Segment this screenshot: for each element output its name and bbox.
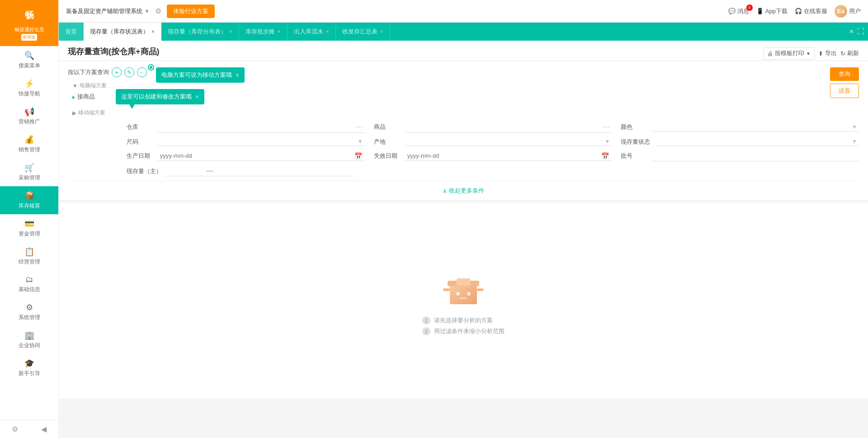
- system-icon: ⚙: [26, 302, 33, 312]
- sidebar-item-search[interactable]: 🔍 搜索菜单: [0, 46, 58, 74]
- sidebar-bottom: ⚙ ◀: [0, 420, 58, 438]
- tab-close-icon[interactable]: ×: [151, 28, 155, 35]
- tab-inventory-dist-label: 现存量（库存分布表）: [168, 28, 226, 36]
- query-btn[interactable]: 查询: [830, 67, 859, 81]
- sales-icon: 💰: [24, 135, 34, 145]
- color-dropdown-icon[interactable]: ▼: [852, 124, 857, 130]
- size-dropdown-icon[interactable]: ▼: [358, 138, 363, 145]
- scheme-bullet: ▸: [72, 94, 75, 100]
- stock-status-select-area[interactable]: ▼: [657, 137, 859, 146]
- tooltip2-close-btn[interactable]: ×: [195, 93, 199, 100]
- sidebar-item-enterprise[interactable]: 🏢 企业协同: [0, 326, 58, 354]
- tab-close-icon[interactable]: ×: [380, 28, 383, 35]
- tab-home[interactable]: 首页: [59, 23, 84, 41]
- produce-date-from[interactable]: [160, 152, 354, 159]
- produce-date-label: 生产日期: [127, 152, 154, 160]
- print-btn[interactable]: 🖨 按模板打印 ▼: [763, 47, 815, 60]
- export-btn[interactable]: ⬆ 导出: [818, 49, 837, 57]
- logo-title: 畅捷通好生意: [14, 26, 44, 33]
- tab-close-icon[interactable]: ×: [326, 28, 329, 35]
- edit-scheme-btn[interactable]: ✎: [124, 67, 134, 77]
- stock-status-dropdown-icon[interactable]: ▼: [852, 138, 857, 145]
- sidebar-item-quick[interactable]: ⚡ 快捷导航: [0, 74, 58, 102]
- sidebar-item-label: 资金管理: [19, 230, 40, 238]
- refresh-btn[interactable]: ↻ 刷新: [840, 49, 859, 57]
- sidebar-item-label: 经营管理: [19, 258, 40, 266]
- tab-collect-label: 收发存汇总表: [342, 28, 377, 36]
- sidebar-item-inventory[interactable]: 📦 库存核算: [0, 186, 58, 214]
- sidebar-item-purchase[interactable]: 🛒 采购管理: [0, 158, 58, 186]
- origin-select-area[interactable]: ▼: [405, 137, 612, 146]
- tab-close-icon[interactable]: ×: [229, 28, 232, 35]
- sidebar-item-operations[interactable]: 📋 经营管理: [0, 242, 58, 270]
- reset-btn[interactable]: 设置: [830, 84, 859, 98]
- dot-indicator: [149, 65, 153, 70]
- user-label: 用户: [849, 7, 861, 15]
- batch-num-label: 批号: [621, 152, 648, 160]
- tab-batch[interactable]: 库存批次账 ×: [239, 23, 288, 41]
- tab-collect[interactable]: 收发存汇总表 ×: [336, 23, 390, 41]
- system-title[interactable]: 装备及固定资产辅助管理系统 ▼: [66, 7, 150, 15]
- filter-scheme-row: ▼ 电脑端方案 ▸ 接商品 这里可以创建和修改方案哦 ×: [68, 82, 859, 104]
- tab-inout[interactable]: 出入库流水 ×: [288, 23, 336, 41]
- sidebar-item-system[interactable]: ⚙ 系统管理: [0, 298, 58, 326]
- produce-date-calendar-icon[interactable]: 📅: [354, 152, 362, 160]
- tab-inout-label: 出入库流水: [294, 28, 323, 36]
- dropdown-chevron-icon: ▼: [144, 8, 150, 14]
- stock-qty-range: —: [165, 166, 353, 176]
- trial-btn[interactable]: 体验行业方案: [167, 5, 215, 18]
- expire-date-input[interactable]: 📅: [405, 151, 612, 161]
- sidebar-nav: 🔍 搜索菜单 ⚡ 快捷导航 📢 营销推广 💰 销售管理 🛒 采购管理 📦 库存核…: [0, 46, 58, 420]
- filter-fields-row4: 现存量（主） —: [127, 166, 859, 176]
- tab-close-icon[interactable]: ×: [278, 28, 281, 35]
- tooltip2: 这里可以创建和修改方案哦 ×: [116, 89, 204, 104]
- goods-dots-icon[interactable]: ···: [603, 122, 610, 132]
- scheme-item-desktop[interactable]: ▸ 接商品: [72, 91, 107, 102]
- produce-date-input[interactable]: 📅: [157, 151, 365, 161]
- warehouse-dots-icon[interactable]: ···: [356, 122, 363, 132]
- refresh-icon: ↻: [840, 50, 845, 57]
- settings-bottom-btn[interactable]: ⚙: [12, 425, 18, 433]
- close-all-tabs-icon[interactable]: ×: [849, 28, 854, 36]
- tab-inventory-dist[interactable]: 现存量（库存分布表） ×: [161, 23, 239, 41]
- tooltip1-close-btn[interactable]: ×: [236, 71, 239, 79]
- size-select-area[interactable]: ▼: [157, 137, 365, 146]
- expire-date-from[interactable]: [407, 152, 602, 159]
- goods-input-area[interactable]: ···: [405, 121, 612, 133]
- sidebar-item-sales[interactable]: 💰 销售管理: [0, 130, 58, 158]
- back-scheme-btn[interactable]: ←: [137, 67, 147, 77]
- stock-qty-to[interactable]: [216, 168, 252, 174]
- tab-inventory-status[interactable]: 现存量（库存状况表） ×: [84, 23, 161, 41]
- color-select-area[interactable]: ▼: [651, 123, 859, 132]
- chevron-up-icon: ∧: [443, 188, 447, 194]
- collapse-label: 收起更多条件: [449, 187, 484, 195]
- empty-illustration: [441, 266, 486, 311]
- sidebar-item-basic[interactable]: 🗂 基础信息: [0, 270, 58, 298]
- settings-gear-icon[interactable]: ⚙: [155, 7, 161, 15]
- origin-dropdown-icon[interactable]: ▼: [604, 138, 610, 145]
- empty-step2-num: 2: [422, 327, 430, 335]
- fullscreen-icon[interactable]: ⛶: [857, 28, 864, 36]
- support-btn[interactable]: 🎧 在线客服: [795, 7, 827, 15]
- app-download-btn[interactable]: 📱 App下载: [756, 7, 788, 15]
- phone-icon: 📱: [756, 8, 764, 14]
- batch-num-input[interactable]: [651, 151, 859, 161]
- user-btn[interactable]: Ea 用户: [835, 5, 861, 18]
- topbar: 装备及固定资产辅助管理系统 ▼ ⚙ 体验行业方案 💬 8 消息 📱 App下载 …: [59, 0, 868, 23]
- expire-date-calendar-icon[interactable]: 📅: [601, 152, 609, 160]
- stock-qty-label: 现存量（主）: [127, 167, 162, 175]
- sidebar-item-finance[interactable]: 💳 资金管理: [0, 214, 58, 242]
- sidebar-item-guide[interactable]: 🎓 新手引导: [0, 354, 58, 382]
- sidebar-item-marketing[interactable]: 📢 营销推广: [0, 102, 58, 130]
- filter-field-stock-status: 现存量状态 ▼: [621, 137, 859, 146]
- search-icon: 🔍: [24, 51, 34, 61]
- empty-text-row2: 2 用过滤条件来缩小分析范围: [422, 327, 505, 335]
- collapse-btn[interactable]: ∧ 收起更多条件: [68, 184, 859, 198]
- content: 现存量查询(按仓库+商品) 🖨 按模板打印 ▼ ⬆ 导出 ↻ 刷新: [59, 41, 868, 438]
- add-scheme-btn[interactable]: +: [112, 67, 122, 77]
- sidebar-item-label: 库存核算: [19, 202, 40, 210]
- messages-btn[interactable]: 💬 8 消息: [728, 7, 749, 15]
- warehouse-input-area[interactable]: ···: [157, 121, 365, 133]
- stock-qty-from[interactable]: [167, 168, 203, 174]
- collapse-sidebar-btn[interactable]: ◀: [41, 425, 47, 433]
